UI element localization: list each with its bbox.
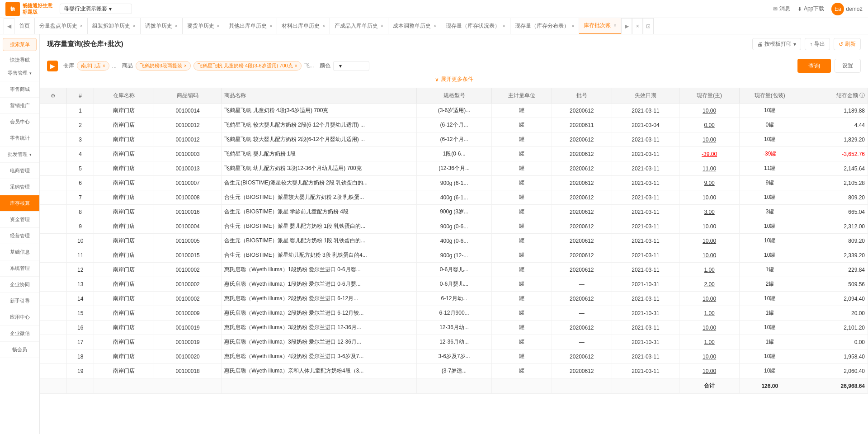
col-header-warehouse: 仓库名称: [94, 88, 154, 104]
table-container: ⚙ # 仓库名称 商品编码 商品名称 规格型号 主计量单位 批号 失效日期 现存…: [40, 88, 868, 434]
tab-yaohuodanls[interactable]: 要货单历史 ×: [183, 18, 225, 34]
table-row: 17南岸门店00100019惠氏启聪（Wyeth illuma）3段奶粉 爱尔兰…: [40, 335, 868, 349]
table-footer-row: 合计126.0026,968.64: [40, 378, 868, 394]
template-print-btn[interactable]: 🖨 按模板打印 ▾: [752, 38, 801, 50]
warehouse-tag-1[interactable]: 南岸门店 ×: [77, 61, 109, 71]
sidebar-item-retail-mall[interactable]: 零售商城: [0, 81, 39, 98]
sidebar-item-wholesale[interactable]: 批发管理 ▾: [0, 146, 39, 163]
tab-diaobodanls[interactable]: 调拨单历史 ×: [141, 18, 183, 34]
user-avatar[interactable]: Ea demo2: [831, 3, 863, 15]
sidebar-item-retail-manage[interactable]: 零售管理 ▾: [0, 65, 39, 81]
remove-product-tag-1[interactable]: ×: [184, 63, 187, 68]
table-row: 9南岸门店00100004合生元（BIOSTIME）派星 婴儿配方奶粉 1段 乳…: [40, 219, 868, 234]
nav-arrow-close[interactable]: ×: [632, 18, 643, 34]
filter-row: ▶ 仓库 南岸门店 × ... 商品 飞鹤奶粉3段两提装 ×: [47, 59, 861, 73]
tab-chengbenls[interactable]: 成本调整单历史 ×: [388, 18, 441, 34]
expand-more-conditions[interactable]: ∨ 展开更多条件: [47, 75, 861, 83]
logo: 畅 畅捷通好生意 标题版: [5, 2, 52, 16]
sidebar-search-area: 搜索菜单: [0, 34, 39, 55]
remove-product-tag-2[interactable]: ×: [295, 63, 297, 68]
sidebar-item-ecommerce[interactable]: 电商管理: [0, 163, 39, 179]
expand-icon: ∨: [435, 76, 439, 83]
sidebar-item-wechat-work[interactable]: 企业微信: [0, 326, 39, 342]
top-right-actions: ✉ 消息 ⬇ App下载 Ea demo2: [773, 3, 863, 15]
sidebar-item-app-center[interactable]: 应用中心: [0, 309, 39, 326]
table-row: 13南岸门店00100002惠氏启聪（Wyeth illuma）1段奶粉 爱尔兰…: [40, 277, 868, 292]
tab-qitachukulss[interactable]: 其他出库单历史 ×: [224, 18, 277, 34]
sidebar-item-system[interactable]: 系统管理: [0, 260, 39, 277]
sidebar-item-basic-info[interactable]: 基础信息: [0, 244, 39, 260]
sidebar-item-finance[interactable]: 资金管理: [0, 212, 39, 228]
refresh-icon: ↺: [839, 41, 843, 47]
sidebar-item-member-center[interactable]: 会员中心: [0, 114, 39, 130]
message-icon: ✉: [773, 6, 778, 12]
product-dots[interactable]: 飞...: [304, 62, 314, 70]
table-row: 1南岸门店00100014飞鹤星飞帆 儿童奶粉 4段(3-6岁适用) 700克(…: [40, 104, 868, 118]
avatar: Ea: [831, 3, 844, 15]
nav-tabs: ◀ 首页 分量盘点单历史 × 组装拆卸单历史 × 调拨单历史 × 要货单历史 ×…: [0, 18, 868, 34]
sidebar-item-guide[interactable]: 新手引导: [0, 293, 39, 309]
page-title: 现存量查询(按仓库+批次): [47, 40, 123, 48]
inventory-table: ⚙ # 仓库名称 商品编码 商品名称 规格型号 主计量单位 批号 失效日期 现存…: [40, 88, 868, 394]
col-header-batch: 批号: [552, 88, 612, 104]
tab-fenliangpandian[interactable]: 分量盘点单历史 ×: [35, 18, 88, 34]
sidebar-item-changhui-member[interactable]: 畅会员: [0, 342, 39, 358]
refresh-btn[interactable]: ↺ 刷新: [834, 38, 861, 50]
col-header-index: #: [67, 88, 94, 104]
table-row: 11南岸门店00100015合生元（BIOSTIME）派星幼儿配方奶粉 3段 乳…: [40, 248, 868, 263]
product-filter: 商品 飞鹤奶粉3段两提装 × 飞鹤星飞帆 儿童奶粉 4段(3-6岁适用) 700…: [122, 61, 314, 71]
table-row: 4南岸门店00100003飞鹤星飞帆 婴儿配方奶粉 1段1段(0-6...罐20…: [40, 147, 868, 161]
filter-area: ▶ 仓库 南岸门店 × ... 商品 飞鹤奶粉3段两提装 ×: [40, 54, 868, 88]
product-label: 商品: [122, 62, 133, 70]
product-tag-2[interactable]: 飞鹤星飞帆 儿童奶粉 4段(3-6岁适用) 700克 ×: [193, 61, 302, 71]
product-tag-1[interactable]: 飞鹤奶粉3段两提装 ×: [136, 61, 191, 71]
tab-zuzhangchaijian[interactable]: 组装拆卸单历史 ×: [88, 18, 141, 34]
export-btn[interactable]: ↑ 导出: [805, 38, 830, 50]
quick-nav-btn[interactable]: 快捷导航: [0, 55, 39, 65]
message-btn[interactable]: ✉ 消息: [773, 5, 790, 13]
main-layout: 搜索菜单 快捷导航 零售管理 ▾ 零售商城 营销推广 会员中心 零售统计 批发管…: [0, 34, 868, 434]
settings-btn[interactable]: 设置: [835, 59, 861, 73]
sidebar-item-retail-stats[interactable]: 零售统计: [0, 130, 39, 146]
remove-warehouse-tag[interactable]: ×: [103, 63, 105, 68]
sidebar-item-operations[interactable]: 经营管理: [0, 228, 39, 244]
table-row: 15南岸门店00100009惠氏启聪（Wyeth illuma）2段奶粉 爱尔兰…: [40, 306, 868, 321]
table-row: 2南岸门店00100012飞鹤星飞帆 较大婴儿配方奶粉 2段(6-12个月婴幼儿…: [40, 118, 868, 132]
export-icon: ↑: [810, 41, 812, 47]
industry-selector[interactable]: 母婴行业演示账套 ▾: [60, 4, 132, 14]
footer-total-stock: 126.00: [739, 378, 800, 394]
warehouse-filter: 仓库 南岸门店 × ...: [63, 61, 117, 71]
color-dropdown[interactable]: ▾: [333, 61, 369, 71]
table-row: 16南岸门店00100019惠氏启聪（Wyeth illuma）3段奶粉 爱尔兰…: [40, 321, 868, 335]
col-header-stock-main: 现存量(主): [679, 88, 740, 104]
main-content: 现存量查询(按仓库+批次) 🖨 按模板打印 ▾ ↑ 导出 ↺ 刷新: [40, 34, 868, 434]
search-menu-btn[interactable]: 搜索菜单: [3, 38, 37, 51]
table-row: 10南岸门店00100005合生元（BIOSTIME）派星 婴儿配方奶粉 1段 …: [40, 234, 868, 248]
sidebar-item-inventory[interactable]: 库存核算: [0, 195, 39, 212]
table-row: 7南岸门店00100008合生元（BIOSTIME）派星较大婴儿配方奶粉 2段 …: [40, 190, 868, 205]
download-icon: ⬇: [797, 6, 802, 12]
tab-cailiaochukulss[interactable]: 材料出库单历史 ×: [277, 18, 330, 34]
sidebar-item-enterprise[interactable]: 企业协同: [0, 277, 39, 293]
sidebar-item-marketing[interactable]: 营销推广: [0, 98, 39, 114]
col-header-unit: 主计量单位: [492, 88, 552, 104]
tab-home[interactable]: 首页: [14, 18, 35, 34]
table-row: 14南岸门店00100002惠氏启聪（Wyeth illuma）2段奶粉 爱尔兰…: [40, 292, 868, 306]
sidebar-item-purchase[interactable]: 采购管理: [0, 179, 39, 195]
logo-icon: 畅: [5, 2, 20, 16]
nav-arrow-expand[interactable]: ⊡: [643, 18, 654, 34]
tab-xiancunzhuangtable[interactable]: 现存量（库存状况表） ×: [441, 18, 510, 34]
warehouse-label: 仓库: [63, 62, 74, 70]
nav-arrow-left[interactable]: ◀: [4, 18, 14, 34]
tab-xiancunfenbutable[interactable]: 现存量（库存分布表） ×: [510, 18, 580, 34]
tab-chancellorchanpinruku[interactable]: 产成品入库单历史 ×: [330, 18, 388, 34]
tab-kucunpicizh[interactable]: 库存批次账 ×: [579, 18, 621, 34]
warehouse-dots[interactable]: ...: [112, 63, 117, 69]
col-header-settings[interactable]: ⚙: [40, 88, 67, 104]
nav-arrow-right[interactable]: ▶: [621, 18, 632, 34]
search-btn[interactable]: 查询: [797, 59, 831, 73]
app-download-btn[interactable]: ⬇ App下载: [797, 5, 824, 13]
filter-expand-btn[interactable]: ▶: [47, 61, 58, 71]
logo-text: 畅捷通好生意 标题版: [23, 3, 52, 14]
table-row: 12南岸门店00100002惠氏启聪（Wyeth illuma）1段奶粉 爱尔兰…: [40, 263, 868, 277]
